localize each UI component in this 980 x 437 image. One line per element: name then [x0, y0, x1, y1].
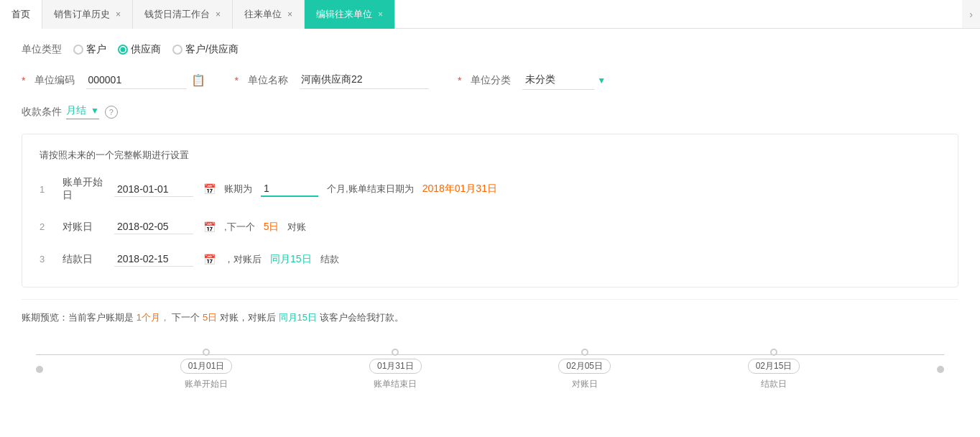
timeline-node-1-label: 账单开始日 — [185, 378, 228, 390]
tab-sales-history-label: 销售订单历史 — [54, 8, 110, 21]
timeline-node-3-badge: 02月05日 — [558, 359, 611, 374]
radio-supplier[interactable]: 供应商 — [118, 43, 161, 56]
tab-cashwork[interactable]: 钱货日清工作台 × — [133, 0, 233, 29]
row-1-calendar-icon[interactable]: 📅 — [203, 183, 216, 195]
preview-text: 账期预览：当前客户账期是 1个月， 下一个 5日 对账，对账后 同月15日 该客… — [22, 311, 958, 324]
unit-category-arrow[interactable]: ▼ — [597, 75, 606, 86]
tab-partner-label: 往来单位 — [244, 8, 282, 21]
panel-title: 请按照未来的一个完整帐期进行设置 — [40, 149, 940, 162]
unit-code-input[interactable] — [86, 71, 187, 89]
unit-category-label: 单位分类 — [471, 74, 511, 87]
payment-condition-value: 月结 — [66, 104, 86, 117]
preview-section: 账期预览：当前客户账期是 1个月， 下一个 5日 对账，对账后 同月15日 该客… — [22, 299, 958, 409]
row-1-period-end: 2018年01月31日 — [422, 183, 497, 196]
row-3-date-input[interactable] — [114, 252, 193, 267]
preview-part3-highlight: 同月15日 — [279, 312, 317, 323]
row-3-number: 3 — [40, 254, 54, 264]
timeline-node-4-badge: 02月15日 — [748, 359, 800, 374]
tab-partner[interactable]: 往来单位 × — [233, 0, 305, 29]
preview-label: 账期预览：当前客户账期是 — [22, 312, 134, 323]
row-3-desc-highlight: 同月15日 — [270, 253, 312, 266]
unit-category-value: 未分类 — [522, 70, 594, 90]
timeline-node-2-label: 账单结束日 — [374, 378, 417, 390]
row-3-desc-prefix: ，对账后 — [224, 253, 262, 266]
unit-code-group: 📋 — [86, 71, 205, 89]
unit-type-label: 单位类型 — [22, 43, 62, 56]
payment-condition-arrow[interactable]: ▼ — [91, 106, 99, 116]
row-2-label: 对账日 — [63, 221, 106, 234]
row-1-period-label: 账期为 — [224, 183, 252, 196]
timeline-node-4-label: 结款日 — [761, 378, 787, 390]
unit-code-icon[interactable]: 📋 — [191, 73, 205, 87]
payment-condition-label: 收款条件 — [22, 106, 62, 119]
radio-both-circle — [172, 45, 182, 55]
radio-customer-label: 客户 — [86, 43, 106, 56]
timeline-node-4: 02月15日 结款日 — [748, 349, 800, 390]
preview-part1-text: 下一个 — [172, 312, 200, 323]
tab-home-label: 首页 — [11, 8, 30, 21]
row-2-number: 2 — [40, 221, 54, 232]
timeline-node-2-badge: 01月31日 — [369, 359, 422, 374]
preview-part2-text: 对账，对账后 — [220, 312, 276, 323]
unit-type-radio-group: 客户 供应商 客户/供应商 — [73, 43, 239, 56]
payment-row: 收款条件 月结 ▼ ? — [22, 104, 958, 119]
unit-info-row: * 单位编码 📋 * 单位名称 * 单位分类 未分类 ▼ — [22, 70, 958, 90]
help-icon[interactable]: ? — [105, 106, 118, 119]
panel-row-1: 1 账单开始日 📅 账期为 个月,账单结束日期为 2018年01月31日 — [40, 176, 940, 202]
row-1-date-input[interactable] — [114, 182, 193, 197]
timeline-container: 01月01日 账单开始日 01月31日 账单结束日 02月05日 对账日 — [36, 349, 944, 390]
row-2-date-input[interactable] — [114, 219, 193, 234]
unit-category-select[interactable]: 未分类 ▼ — [522, 70, 606, 90]
preview-part2-highlight: 5日 — [203, 312, 217, 323]
radio-both-label: 客户/供应商 — [185, 43, 239, 56]
timeline-node-3-dot — [581, 349, 588, 356]
row-3-calendar-icon[interactable]: 📅 — [203, 254, 216, 265]
timeline-node-1-dot — [203, 349, 210, 356]
preview-part1-highlight: 1个月， — [137, 312, 170, 323]
row-2-calendar-icon[interactable]: 📅 — [203, 221, 216, 233]
tab-partner-close[interactable]: × — [287, 9, 292, 19]
timeline-node-1: 01月01日 账单开始日 — [180, 349, 233, 390]
timeline-node-3: 02月05日 对账日 — [558, 349, 611, 390]
tab-home[interactable]: 首页 — [0, 0, 42, 29]
unit-name-input[interactable] — [300, 71, 429, 89]
tab-bar: 首页 销售订单历史 × 钱货日清工作台 × 往来单位 × 编辑往来单位 × › — [0, 0, 980, 29]
tab-sales-history-close[interactable]: × — [116, 9, 121, 19]
tab-sales-history[interactable]: 销售订单历史 × — [42, 0, 133, 29]
panel-row-3: 3 结款日 📅 ，对账后 同月15日 结款 — [40, 252, 940, 267]
radio-both[interactable]: 客户/供应商 — [172, 43, 239, 56]
row-2-desc-highlight: 5日 — [264, 221, 279, 234]
timeline-node-4-dot — [770, 349, 777, 356]
radio-supplier-circle — [118, 45, 128, 55]
main-content: 单位类型 客户 供应商 客户/供应商 * 单位编码 📋 * 单位名称 * — [0, 29, 980, 437]
timeline-node-3-label: 对账日 — [572, 378, 598, 390]
tab-edit-partner-close[interactable]: × — [378, 9, 383, 19]
row-2-desc-prefix: ,下一个 — [224, 221, 255, 234]
row-3-label: 结款日 — [63, 253, 106, 266]
unit-name-label: 单位名称 — [248, 74, 288, 87]
radio-customer[interactable]: 客户 — [73, 43, 106, 56]
tab-cashwork-close[interactable]: × — [216, 9, 221, 19]
tab-expand-button[interactable]: › — [962, 0, 980, 28]
row-3-desc-suffix: 结款 — [320, 253, 339, 266]
tab-edit-partner-label: 编辑往来单位 — [316, 8, 372, 21]
payment-condition-select[interactable]: 月结 ▼ — [66, 104, 99, 119]
radio-supplier-label: 供应商 — [131, 43, 161, 56]
tab-cashwork-label: 钱货日清工作台 — [144, 8, 210, 21]
unit-code-label: 单位编码 — [34, 74, 75, 87]
unit-type-row: 单位类型 客户 供应商 客户/供应商 — [22, 43, 958, 56]
timeline-node-1-badge: 01月01日 — [180, 359, 233, 374]
tab-edit-partner[interactable]: 编辑往来单位 × — [305, 0, 395, 29]
row-1-period-input[interactable] — [261, 181, 318, 197]
timeline-line — [36, 354, 944, 355]
timeline: 01月01日 账单开始日 01月31日 账单结束日 02月05日 对账日 — [22, 341, 958, 397]
preview-part3-text: 该客户会给我打款。 — [320, 312, 404, 323]
radio-customer-circle — [73, 45, 83, 55]
timeline-start — [36, 366, 43, 373]
timeline-end — [937, 366, 944, 373]
row-2-desc-suffix: 对账 — [287, 221, 306, 234]
row-1-number: 1 — [40, 184, 54, 195]
panel-row-2: 2 对账日 📅 ,下一个 5日 对账 — [40, 219, 940, 234]
unit-name-required: * — [234, 75, 238, 86]
unit-code-required: * — [22, 75, 25, 86]
